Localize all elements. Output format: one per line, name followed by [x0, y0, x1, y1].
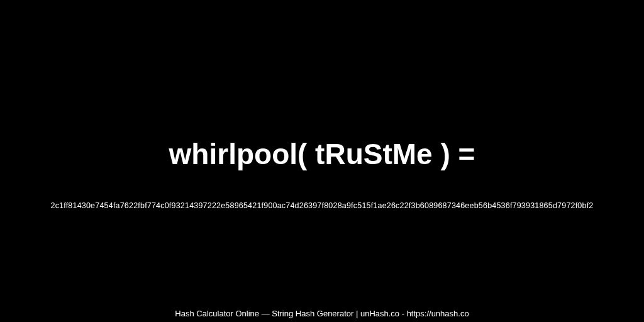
- footer-text: Hash Calculator Online — String Hash Gen…: [0, 309, 644, 318]
- hash-output-value: 2c1ff81430e7454fa7622fbf774c0f9321439722…: [50, 201, 593, 210]
- hash-expression-heading: whirlpool( tRuStMe ) =: [169, 137, 475, 171]
- main-content: whirlpool( tRuStMe ) = 2c1ff81430e7454fa…: [0, 0, 644, 322]
